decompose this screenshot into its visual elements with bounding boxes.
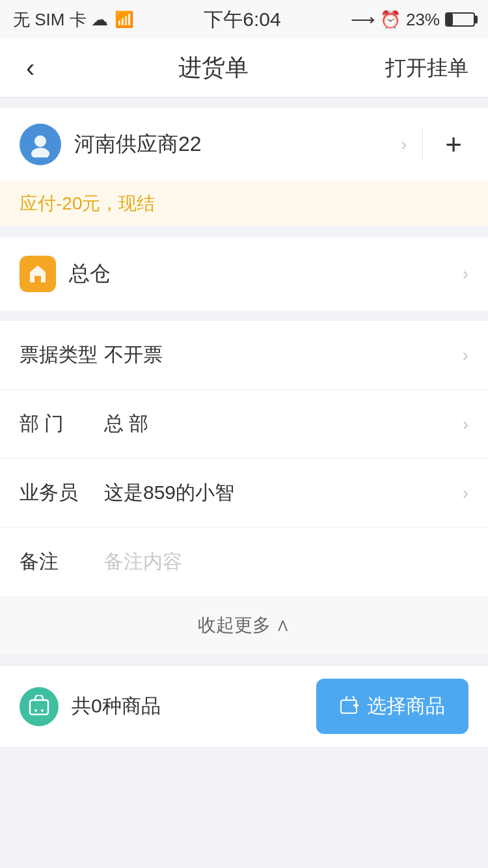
- status-bar: 无 SIM 卡 ☁ 📶 下午6:04 ⟶ ⏰ 23%: [0, 0, 488, 39]
- invoice-type-row[interactable]: 票据类型 不开票 ›: [0, 321, 488, 390]
- salesperson-row[interactable]: 业务员 这是859的小智 ›: [0, 459, 488, 528]
- department-value: 总 部: [104, 411, 463, 437]
- salesperson-label: 业务员: [20, 480, 104, 506]
- alarm-icon: ⏰: [380, 10, 401, 30]
- remark-label: 备注: [20, 549, 104, 575]
- remark-row[interactable]: 备注 备注内容: [0, 528, 488, 596]
- supplier-name: 河南供应商22: [74, 130, 401, 159]
- page-title: 进货单: [178, 52, 249, 84]
- mid-divider-2: [0, 310, 488, 321]
- product-count: 共0种商品: [72, 693, 316, 720]
- bottom-bar: 共0种商品 选择商品: [0, 665, 488, 747]
- warehouse-name: 总仓: [69, 260, 463, 288]
- bottom-divider: [0, 655, 488, 665]
- svg-point-4: [34, 709, 37, 712]
- supplier-avatar: [20, 124, 61, 165]
- select-product-button[interactable]: 选择商品: [316, 679, 468, 734]
- supplier-section: 河南供应商22 › + 应付-20元，现结: [0, 108, 488, 226]
- warehouse-chevron-icon: ›: [463, 264, 468, 284]
- user-icon: [27, 131, 53, 157]
- salesperson-chevron-icon: ›: [463, 483, 468, 504]
- svg-rect-6: [341, 700, 357, 713]
- mid-divider-1: [0, 226, 488, 237]
- select-product-label: 选择商品: [367, 693, 445, 720]
- nav-bar: ‹ 进货单 打开挂单: [0, 39, 488, 98]
- warehouse-section: 总仓 ›: [0, 237, 488, 310]
- back-button[interactable]: ‹: [20, 47, 41, 89]
- battery-icon: [445, 12, 475, 27]
- svg-rect-3: [30, 700, 48, 714]
- invoice-type-chevron-icon: ›: [463, 345, 468, 366]
- add-button[interactable]: +: [439, 128, 468, 161]
- warehouse-icon: [27, 263, 49, 285]
- svg-point-5: [41, 709, 44, 712]
- wifi-icon: 📶: [115, 10, 134, 29]
- svg-point-0: [34, 135, 46, 147]
- battery-label: 23%: [406, 10, 440, 30]
- remark-value: 备注内容: [104, 549, 468, 575]
- status-time: 下午6:04: [204, 7, 280, 33]
- invoice-type-value: 不开票: [104, 342, 463, 368]
- department-label: 部 门: [20, 411, 104, 437]
- supplier-row[interactable]: 河南供应商22 › +: [0, 108, 488, 181]
- collapse-button[interactable]: 收起更多 ∧: [0, 596, 488, 655]
- invoice-type-label: 票据类型: [20, 342, 104, 368]
- salesperson-value: 这是859的小智: [104, 480, 463, 506]
- department-row[interactable]: 部 门 总 部 ›: [0, 390, 488, 459]
- status-right: ⟶ ⏰ 23%: [351, 10, 475, 30]
- warehouse-icon-wrap: [20, 256, 56, 292]
- warehouse-row[interactable]: 总仓 ›: [0, 237, 488, 310]
- supplier-chevron-icon: ›: [401, 134, 407, 155]
- status-left: 无 SIM 卡 ☁ 📶: [13, 8, 134, 31]
- department-chevron-icon: ›: [463, 414, 468, 435]
- notice-bar: 应付-20元，现结: [0, 181, 488, 226]
- svg-rect-2: [34, 276, 41, 282]
- sim-label: 无 SIM 卡 ☁: [13, 8, 108, 31]
- open-pending-button[interactable]: 打开挂单: [385, 54, 468, 83]
- form-section: 票据类型 不开票 › 部 门 总 部 › 业务员 这是859的小智 › 备注 备…: [0, 321, 488, 596]
- svg-point-1: [31, 148, 49, 157]
- cart-icon: [27, 695, 51, 718]
- top-divider: [0, 98, 488, 108]
- select-product-icon: [340, 696, 360, 717]
- product-icon-wrap: [20, 687, 59, 726]
- vertical-divider: [422, 128, 423, 161]
- location-icon: ⟶: [351, 10, 375, 30]
